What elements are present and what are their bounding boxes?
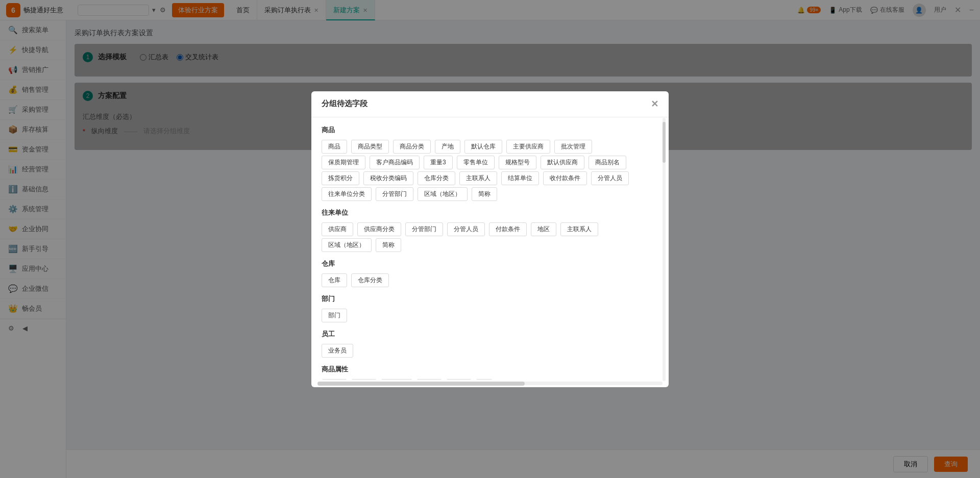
section-title-product: 商品	[322, 125, 658, 135]
field-warehouse-cat[interactable]: 仓库分类	[351, 273, 389, 287]
modal-hscroll-thumb	[317, 382, 525, 386]
modal-close-btn[interactable]: ✕	[651, 98, 658, 110]
section-title-warehouse: 仓库	[322, 259, 658, 268]
section-title-dept: 部门	[322, 294, 658, 304]
field-sales-rep[interactable]: 业务员	[322, 344, 353, 358]
field-main-contact[interactable]: 主联系人	[459, 171, 497, 185]
field-shoe-size[interactable]: 鞋码	[446, 379, 472, 380]
field-origin[interactable]: 产地	[435, 140, 460, 154]
modal-body: 商品 商品 商品类型 商品分类 产地 默认仓库 主要供应商 批次管理 保质期管理…	[311, 117, 669, 380]
field-dept-in-charge[interactable]: 分管部门	[376, 187, 413, 201]
field-retail-unit[interactable]: 零售单位	[457, 156, 495, 169]
field-short-name2[interactable]: 简称	[376, 238, 401, 252]
product-attr-fields: 属性 颜色 多规格 尺码 鞋码 1	[322, 379, 658, 380]
field-supplier-category[interactable]: 供应商分类	[357, 222, 401, 236]
field-one[interactable]: 1	[476, 379, 493, 380]
field-default-supplier[interactable]: 默认供应商	[541, 156, 584, 169]
field-dept[interactable]: 部门	[322, 309, 347, 322]
field-product-type[interactable]: 商品类型	[351, 140, 389, 154]
field-area[interactable]: 地区	[531, 222, 556, 236]
modal-vscroll-thumb	[663, 122, 666, 163]
field-product-category[interactable]: 商品分类	[393, 140, 431, 154]
field-default-warehouse[interactable]: 默认仓库	[464, 140, 502, 154]
field-customer-code[interactable]: 客户商品编码	[370, 156, 420, 169]
product-fields-2: 保质期管理 客户商品编码 重量3 零售单位 规格型号 默认供应商 商品别名	[322, 156, 658, 169]
modal-overlay: 分组待选字段 ✕ 商品 商品 商品类型 商品分类 产地 默认仓库 主要供应商 批…	[0, 0, 980, 478]
field-short-name[interactable]: 简称	[472, 187, 497, 201]
section-title-staff: 员工	[322, 330, 658, 339]
modal-header: 分组待选字段 ✕	[311, 91, 669, 117]
field-select-modal: 分组待选字段 ✕ 商品 商品 商品类型 商品分类 产地 默认仓库 主要供应商 批…	[311, 91, 669, 387]
field-dept-charge2[interactable]: 分管部门	[405, 222, 443, 236]
field-payment-terms[interactable]: 收付款条件	[543, 171, 587, 185]
field-main-supplier[interactable]: 主要供应商	[506, 140, 550, 154]
staff-fields: 业务员	[322, 344, 658, 358]
field-tax-code[interactable]: 税收分类编码	[363, 171, 413, 185]
field-color[interactable]: 颜色	[351, 379, 377, 380]
field-spec-model[interactable]: 规格型号	[499, 156, 536, 169]
section-title-product-attr: 商品属性	[322, 365, 658, 374]
field-partner-category[interactable]: 往来单位分类	[322, 187, 372, 201]
field-product-alias[interactable]: 商品别名	[589, 156, 626, 169]
field-quality-mgmt[interactable]: 保质期管理	[322, 156, 365, 169]
field-payment-terms2[interactable]: 付款条件	[489, 222, 527, 236]
field-warehouse[interactable]: 仓库	[322, 273, 347, 287]
modal-hscroll[interactable]	[317, 382, 663, 385]
modal-title: 分组待选字段	[322, 99, 368, 109]
product-fields: 商品 商品类型 商品分类 产地 默认仓库 主要供应商 批次管理	[322, 140, 658, 154]
field-supplier[interactable]: 供应商	[322, 222, 353, 236]
partner-fields: 供应商 供应商分类 分管部门 分管人员 付款条件 地区 主联系人	[322, 222, 658, 236]
product-fields-4: 往来单位分类 分管部门 区域（地区） 简称	[322, 187, 658, 201]
product-fields-3: 拣货积分 税收分类编码 仓库分类 主联系人 结算单位 收付款条件 分管人员	[322, 171, 658, 185]
field-supervisor[interactable]: 分管人员	[591, 171, 629, 185]
dept-fields: 部门	[322, 309, 658, 322]
section-title-partner: 往来单位	[322, 208, 658, 217]
field-region2[interactable]: 区域（地区）	[322, 238, 372, 252]
field-settlement-unit[interactable]: 结算单位	[501, 171, 539, 185]
field-multi-spec[interactable]: 多规格	[381, 379, 412, 380]
partner-fields-2: 区域（地区） 简称	[322, 238, 658, 252]
modal-vscroll-track	[663, 118, 666, 381]
field-product[interactable]: 商品	[322, 140, 347, 154]
field-attribute[interactable]: 属性	[322, 379, 347, 380]
field-weight3[interactable]: 重量3	[424, 156, 453, 169]
field-pick-score[interactable]: 拣货积分	[322, 171, 359, 185]
warehouse-fields: 仓库 仓库分类	[322, 273, 658, 287]
field-warehouse-category[interactable]: 仓库分类	[418, 171, 455, 185]
field-region[interactable]: 区域（地区）	[418, 187, 468, 201]
field-size[interactable]: 尺码	[416, 379, 442, 380]
field-main-contact2[interactable]: 主联系人	[560, 222, 598, 236]
field-supervisor2[interactable]: 分管人员	[447, 222, 485, 236]
field-batch-mgmt[interactable]: 批次管理	[554, 140, 592, 154]
